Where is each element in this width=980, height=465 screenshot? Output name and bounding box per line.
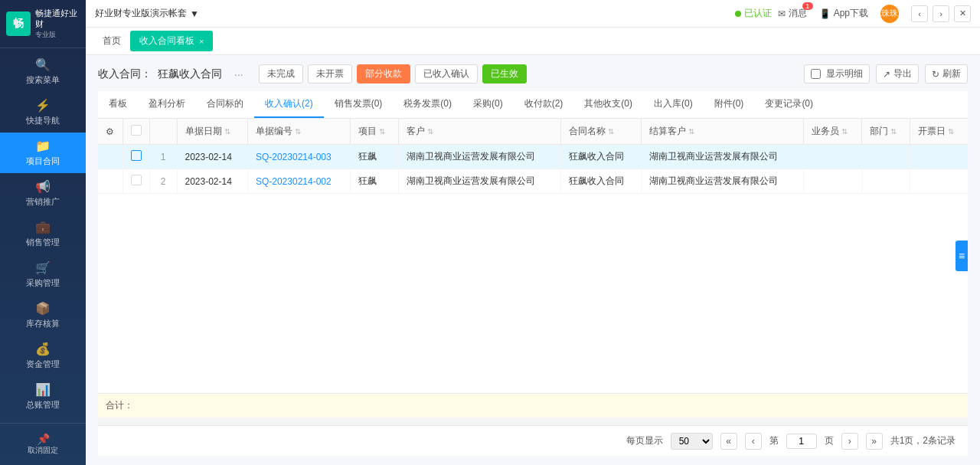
- subtabs: 看板 盈利分析 合同标的 收入确认(2) 销售发票(0) 税务发票(0) 采购(…: [98, 91, 968, 119]
- page-label-prefix: 第: [769, 434, 779, 447]
- td-invoice-date-1: [910, 145, 968, 169]
- td-invoice-date-2: [910, 169, 968, 194]
- message-badge: 1: [802, 2, 813, 10]
- horizontal-scrollbar[interactable]: [98, 418, 968, 425]
- account-icon: 📊: [35, 382, 51, 397]
- th-department[interactable]: 部门⇅: [861, 119, 910, 145]
- sidebar-item-inventory[interactable]: 📦 库存核算: [0, 295, 86, 336]
- page-title-prefix: 收入合同：: [98, 67, 152, 81]
- th-customer[interactable]: 客户⇅: [399, 119, 561, 145]
- subtab-payment[interactable]: 收付款(2): [514, 91, 574, 118]
- page-title-name: 狂飙收入合同: [158, 67, 222, 81]
- sidebar-item-search[interactable]: 🔍 搜索菜单: [0, 51, 86, 92]
- row-checkbox-2[interactable]: [131, 175, 142, 185]
- subtab-profit[interactable]: 盈利分析: [138, 91, 196, 118]
- next-page-button[interactable]: ›: [841, 433, 858, 450]
- sidebar-item-finance[interactable]: 💰 资金管理: [0, 336, 86, 376]
- td-customer-1: 湖南卫视商业运营发展有限公司: [399, 145, 561, 169]
- tab-active[interactable]: 收入合同看板 ×: [130, 31, 213, 51]
- th-project[interactable]: 项目⇅: [351, 119, 399, 145]
- sidebar-unpin[interactable]: 📌 取消固定: [3, 430, 83, 459]
- td-checkbox-2[interactable]: [122, 169, 149, 194]
- nav-prev-button[interactable]: ‹: [911, 5, 928, 22]
- subtab-purchase[interactable]: 采购(0): [462, 91, 514, 118]
- message-icon: ✉: [778, 8, 786, 19]
- td-project-2: 狂飙: [351, 169, 399, 194]
- td-number-link-2[interactable]: SQ-20230214-002: [256, 176, 332, 187]
- certified-text: 已认证: [744, 7, 772, 20]
- subtab-attachment[interactable]: 附件(0): [704, 91, 755, 118]
- message-action[interactable]: ✉ 消息 1: [778, 7, 807, 20]
- sidebar-item-invoice[interactable]: 🧾 发票管理: [0, 417, 86, 423]
- page-more-button[interactable]: ···: [234, 68, 243, 80]
- sidebar-label-account: 总账管理: [26, 399, 60, 411]
- status-effective[interactable]: 已生效: [482, 64, 527, 84]
- td-number-link-1[interactable]: SQ-20230214-003: [256, 152, 332, 162]
- subtab-contract-standard[interactable]: 合同标的: [196, 91, 254, 118]
- status-not-complete[interactable]: 未完成: [259, 64, 303, 84]
- sidebar-item-project[interactable]: 📁 项目合同: [0, 133, 86, 173]
- th-customer-label: 客户: [407, 125, 425, 138]
- th-invoice-date-label: 开票日: [918, 125, 946, 138]
- tab-home[interactable]: 首页: [95, 30, 129, 52]
- certified-dot: [735, 11, 741, 17]
- th-number[interactable]: 单据编号⇅: [247, 119, 350, 145]
- th-date[interactable]: 单据日期⇅: [177, 119, 247, 145]
- td-date-2: 2023-02-14: [177, 169, 247, 194]
- app-download-action[interactable]: 📱 App下载: [819, 7, 868, 20]
- sidebar-item-sales[interactable]: 💼 销售管理: [0, 214, 86, 254]
- export-icon: ↗: [883, 69, 890, 80]
- th-number-label: 单据编号: [256, 125, 292, 138]
- td-number-1[interactable]: SQ-20230214-003: [247, 145, 350, 169]
- subtab-warehouse[interactable]: 出入库(0): [643, 91, 704, 118]
- current-page-input[interactable]: [786, 434, 817, 449]
- right-panel-toggle[interactable]: ≡: [956, 241, 968, 271]
- show-detail-checkbox[interactable]: [811, 69, 821, 79]
- subtab-change-log[interactable]: 变更记录(0): [754, 91, 824, 118]
- td-settings-2: [98, 169, 122, 194]
- last-page-button[interactable]: »: [866, 433, 883, 450]
- th-invoice-date[interactable]: 开票日⇅: [910, 119, 968, 145]
- page-header: 收入合同： 狂飙收入合同 ··· 未完成 未开票 部分收款 已收入确认 已生效 …: [98, 64, 968, 84]
- th-checkbox[interactable]: [122, 119, 149, 145]
- table-row[interactable]: 1 2023-02-14 SQ-20230214-003 狂飙 湖南卫视商业运营…: [98, 145, 968, 169]
- export-button[interactable]: ↗ 导出: [876, 64, 919, 84]
- subtab-kanban[interactable]: 看板: [98, 91, 138, 118]
- th-settings[interactable]: ⚙: [98, 119, 122, 145]
- subtab-sales-invoice[interactable]: 销售发票(0): [324, 91, 394, 118]
- subtab-income-confirm[interactable]: 收入确认(2): [254, 91, 324, 118]
- company-selector[interactable]: 好业财专业版演示帐套 ▼: [95, 7, 729, 20]
- nav-next-button[interactable]: ›: [933, 5, 949, 22]
- td-salesperson-1: [803, 145, 861, 169]
- sidebar-item-quick-nav[interactable]: ⚡ 快捷导航: [0, 92, 86, 133]
- subtab-tax-invoice[interactable]: 税务发票(0): [393, 91, 462, 118]
- prev-page-button[interactable]: ‹: [745, 433, 762, 450]
- tab-close-button[interactable]: ×: [199, 37, 204, 46]
- th-date-label: 单据日期: [185, 125, 222, 138]
- nav-close-button[interactable]: ✕: [954, 5, 971, 22]
- th-contract[interactable]: 合同名称⇅: [561, 119, 641, 145]
- sidebar-item-account[interactable]: 📊 总账管理: [0, 376, 86, 417]
- data-table-container: ⚙ 单据日期⇅ 单据编号⇅ 项目⇅ 客户⇅ 合同名称⇅ 结算客户⇅ 业务员⇅: [98, 119, 968, 393]
- td-number-2[interactable]: SQ-20230214-002: [247, 169, 350, 194]
- row-checkbox-1[interactable]: [131, 150, 142, 161]
- first-page-button[interactable]: «: [720, 433, 737, 450]
- th-salesperson[interactable]: 业务员⇅: [803, 119, 861, 145]
- table-row[interactable]: 2 2023-02-14 SQ-20230214-002 狂飙 湖南卫视商业运营…: [98, 169, 968, 194]
- sidebar-label-purchase: 采购管理: [26, 277, 60, 289]
- refresh-button[interactable]: ↻ 刷新: [925, 64, 968, 84]
- per-page-select[interactable]: 20 50 100 200: [671, 433, 713, 450]
- sidebar-label-quick-nav: 快捷导航: [26, 115, 60, 126]
- subtab-other-income[interactable]: 其他收支(0): [573, 91, 643, 118]
- th-settle-customer[interactable]: 结算客户⇅: [641, 119, 803, 145]
- invoice-date-sort-icon: ⇅: [948, 127, 954, 136]
- user-avatar[interactable]: 珠珠: [880, 5, 899, 23]
- sidebar-item-purchase[interactable]: 🛒 采购管理: [0, 254, 86, 295]
- select-all-checkbox[interactable]: [131, 125, 142, 136]
- td-checkbox-1[interactable]: [122, 145, 149, 169]
- status-confirmed[interactable]: 已收入确认: [415, 64, 478, 84]
- status-not-invoiced[interactable]: 未开票: [308, 64, 352, 84]
- sidebar-item-marketing[interactable]: 📢 营销推广: [0, 173, 86, 214]
- show-detail-button[interactable]: 显示明细: [804, 64, 870, 84]
- status-partial-received[interactable]: 部分收款: [357, 64, 410, 84]
